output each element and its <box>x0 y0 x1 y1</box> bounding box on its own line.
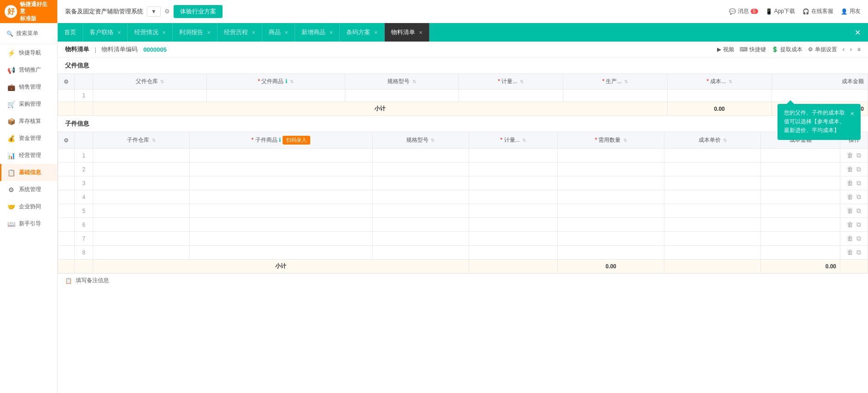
settings-gear-icon[interactable]: ⚙ <box>164 8 170 15</box>
sidebar-item-purchase[interactable]: 🛒 采购管理 <box>0 96 57 113</box>
child-row8-warehouse[interactable] <box>93 246 190 260</box>
warehouse-sort[interactable]: ⇅ <box>160 79 164 84</box>
child-row7-warehouse[interactable] <box>93 232 190 246</box>
child-row7-spec[interactable] <box>372 232 469 246</box>
sidebar-item-enterprise[interactable]: 🤝 企业协同 <box>0 198 57 215</box>
child-row5-unit[interactable] <box>469 204 557 218</box>
sidebar-item-finance[interactable]: 💰 资金管理 <box>0 130 57 147</box>
message-button[interactable]: 💬 消息 6 <box>729 7 758 15</box>
sidebar-item-basic-info[interactable]: 📋 基础信息 <box>0 164 57 181</box>
child-row7-quantity[interactable] <box>557 232 664 246</box>
child-row4-unit-cost[interactable] <box>664 190 761 204</box>
tab-new-product-close[interactable]: ✕ <box>329 30 333 35</box>
child-row4-spec[interactable] <box>372 190 469 204</box>
next-page-button[interactable]: › <box>850 46 852 53</box>
tab-operations-close[interactable]: ✕ <box>162 30 166 35</box>
child-row8-delete-icon[interactable]: 🗑 <box>847 248 853 256</box>
child-row6-unit[interactable] <box>469 218 557 232</box>
tab-customers[interactable]: 客户联络 ✕ <box>83 23 128 42</box>
child-row2-product[interactable] <box>190 163 373 176</box>
child-row5-quantity[interactable] <box>557 204 664 218</box>
child-row8-quantity[interactable] <box>557 246 664 260</box>
parent-product-info-icon[interactable]: ℹ <box>285 78 288 85</box>
child-row3-unit-cost[interactable] <box>664 176 761 190</box>
child-quantity-sort[interactable]: ⇅ <box>623 138 627 143</box>
child-row1-unit-cost[interactable] <box>664 149 761 163</box>
child-row1-unit[interactable] <box>469 149 557 163</box>
child-row5-warehouse[interactable] <box>93 204 190 218</box>
child-row6-unit-cost[interactable] <box>664 218 761 232</box>
tab-process[interactable]: 经营历程 ✕ <box>217 23 262 42</box>
child-row8-unit-cost[interactable] <box>664 246 761 260</box>
child-row1-warehouse[interactable] <box>93 149 190 163</box>
child-row6-delete-icon[interactable]: 🗑 <box>847 221 853 228</box>
shortcut-button[interactable]: ⌨ 快捷键 <box>740 46 766 54</box>
trial-button[interactable]: 体验行业方案 <box>174 5 223 18</box>
tooltip-close-button[interactable]: × <box>850 109 854 119</box>
parent-row1-product[interactable] <box>206 90 345 102</box>
tab-home[interactable]: 首页 <box>58 23 83 42</box>
tab-barcode[interactable]: 条码方案 ✕ <box>340 23 385 42</box>
production-sort[interactable]: ⇅ <box>624 79 628 84</box>
child-row5-delete-icon[interactable]: 🗑 <box>847 207 853 214</box>
tab-customers-close[interactable]: ✕ <box>117 30 121 35</box>
unit-sort[interactable]: ⇅ <box>520 79 524 84</box>
child-row7-unit-cost[interactable] <box>664 232 761 246</box>
child-row1-copy-icon[interactable]: ⧉ <box>856 151 861 159</box>
child-row6-copy-icon[interactable]: ⧉ <box>856 221 861 228</box>
child-row5-copy-icon[interactable]: ⧉ <box>856 207 861 214</box>
sidebar-item-operation[interactable]: 📊 经营管理 <box>0 147 57 164</box>
parent-row1-warehouse[interactable] <box>93 90 207 102</box>
child-row8-product[interactable] <box>190 246 373 260</box>
parent-row1-production[interactable] <box>563 90 667 102</box>
child-row8-spec[interactable] <box>372 246 469 260</box>
child-row4-warehouse[interactable] <box>93 190 190 204</box>
sidebar-search[interactable]: 🔍 搜索菜单 <box>0 23 57 44</box>
sidebar-item-guide[interactable]: 📖 新手引导 <box>0 215 57 232</box>
scan-input-button[interactable]: 扫码录入 <box>283 136 310 145</box>
tab-products[interactable]: 商品 ✕ <box>262 23 295 42</box>
spec-sort[interactable]: ⇅ <box>412 79 416 84</box>
child-row3-spec[interactable] <box>372 176 469 190</box>
child-row7-product[interactable] <box>190 232 373 246</box>
parent-row1-spec[interactable] <box>345 90 458 102</box>
child-row7-unit[interactable] <box>469 232 557 246</box>
child-unit-sort[interactable]: ⇅ <box>522 138 526 143</box>
child-product-info-icon[interactable]: ℹ <box>279 137 281 143</box>
child-row3-unit[interactable] <box>469 176 557 190</box>
child-row2-quantity[interactable] <box>557 163 664 176</box>
breadcrumb-bom[interactable]: 物料清单 <box>65 45 89 54</box>
child-row1-delete-icon[interactable]: 🗑 <box>847 151 853 159</box>
tab-profit-close[interactable]: ✕ <box>207 30 211 35</box>
prev-page-button[interactable]: ‹ <box>843 46 844 53</box>
child-row2-spec[interactable] <box>372 163 469 176</box>
child-col-settings[interactable]: ⚙ <box>58 132 75 149</box>
child-row3-warehouse[interactable] <box>93 176 190 190</box>
tab-new-product[interactable]: 新增商品 ✕ <box>295 23 340 42</box>
parent-row1-cost[interactable] <box>667 90 772 102</box>
child-row2-warehouse[interactable] <box>93 163 190 176</box>
child-unit-cost-sort[interactable]: ⇅ <box>723 138 727 143</box>
child-row3-copy-icon[interactable]: ⧉ <box>856 179 861 187</box>
child-row1-product[interactable] <box>190 149 373 163</box>
parent-col-settings[interactable]: ⚙ <box>58 74 75 90</box>
tab-bom[interactable]: 物料清单 ✕ <box>385 23 429 42</box>
user-menu[interactable]: 👤 用友 <box>841 7 861 15</box>
child-row3-quantity[interactable] <box>557 176 664 190</box>
sidebar-item-quick-nav[interactable]: ⚡ 快捷导航 <box>0 44 57 61</box>
child-row8-unit[interactable] <box>469 246 557 260</box>
tab-bom-close[interactable]: ✕ <box>419 30 422 35</box>
child-row2-unit[interactable] <box>469 163 557 176</box>
sidebar-item-sales[interactable]: 💼 销售管理 <box>0 79 57 96</box>
child-row2-copy-icon[interactable]: ⧉ <box>856 165 861 173</box>
child-row6-quantity[interactable] <box>557 218 664 232</box>
sidebar-item-marketing[interactable]: 📢 营销推广 <box>0 61 57 79</box>
view-video-button[interactable]: ▶ 视频 <box>717 46 734 54</box>
child-row5-spec[interactable] <box>372 204 469 218</box>
child-row6-product[interactable] <box>190 218 373 232</box>
settings-dropdown-btn[interactable]: ▼ <box>147 6 161 17</box>
app-download-button[interactable]: 📱 App下载 <box>766 7 795 15</box>
extract-cost-button[interactable]: 💲 提取成本 <box>772 46 802 54</box>
child-row6-warehouse[interactable] <box>93 218 190 232</box>
child-row4-copy-icon[interactable]: ⧉ <box>856 193 861 200</box>
